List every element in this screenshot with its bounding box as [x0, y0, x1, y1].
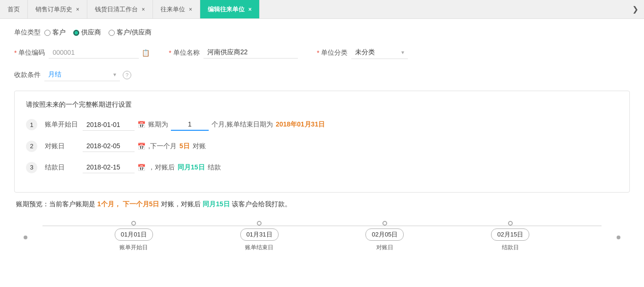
tab-partner-close-icon[interactable]: ×: [189, 6, 192, 13]
preview-mid-text: 对账，对账后: [161, 200, 201, 208]
node4-dot: [508, 221, 513, 226]
row1-calendar-icon[interactable]: 📅: [137, 121, 145, 128]
tab-more-button[interactable]: ❯: [627, 0, 644, 18]
unit-type-row: 单位类型 客户 供应商 客户/供应商: [14, 28, 630, 37]
radio-customer[interactable]: 客户: [44, 28, 66, 37]
tab-cash-label: 钱货日清工作台: [95, 5, 138, 14]
unit-code-label: 单位编码: [18, 49, 45, 57]
radio-both-label: 客户/供应商: [117, 28, 152, 37]
unit-type-label: 单位类型: [14, 28, 41, 37]
category-value: 未分类: [355, 48, 398, 57]
unit-category-dropdown[interactable]: 未分类 ▾: [351, 46, 408, 59]
payment-terms-row: 收款条件 月结 ▾ ?: [14, 68, 630, 81]
row2-comma: ,下一个月: [148, 142, 177, 151]
row2-suffix: 对账: [193, 142, 206, 151]
setting-row-1: 1 账单开始日 📅 账期为 个月,账单结束日期为 2018年01月31日: [26, 118, 618, 131]
radio-supplier[interactable]: 供应商: [73, 28, 101, 37]
unit-name-label: 单位名称: [173, 49, 200, 57]
name-required-star: *: [169, 49, 171, 57]
tab-sales-close-icon[interactable]: ×: [76, 6, 79, 13]
tab-sales-order-history[interactable]: 销售订单历史 ×: [28, 0, 87, 18]
tab-partner-label: 往来单位: [161, 5, 185, 14]
category-required-star: *: [317, 49, 319, 57]
node2-date: 01月31日: [240, 228, 279, 241]
row1-num: 1: [26, 119, 37, 130]
row1-period-unit: 个月,账单结束日期为: [212, 120, 273, 129]
radio-both[interactable]: 客户/供应商: [109, 28, 152, 37]
main-content: 单位类型 客户 供应商 客户/供应商 * 单位编码: [0, 19, 644, 287]
row3-comma: ，对账后: [148, 163, 175, 172]
unit-name-input[interactable]: [203, 47, 298, 59]
row3-suffix: 结款: [208, 163, 221, 172]
payment-terms-dropdown[interactable]: 月结 ▾: [44, 68, 120, 81]
payment-terms-item: 收款条件 月结 ▾ ?: [14, 68, 131, 81]
payment-terms-arrow-icon: ▾: [113, 71, 116, 78]
setting-row-2: 2 对账日 📅 ,下一个月 5日 对账: [26, 140, 618, 152]
payment-terms-label: 收款条件: [14, 71, 41, 79]
unit-code-input[interactable]: [49, 47, 139, 59]
category-arrow-icon: ▾: [401, 49, 404, 56]
preview-end-text: 该客户会给我打款。: [232, 200, 291, 208]
preview-label: 账期预览：当前客户账期是: [16, 200, 95, 208]
row1-period-end: 2018年01月31日: [276, 120, 325, 129]
tab-partner-units[interactable]: 往来单位 ×: [153, 0, 200, 18]
panel-title: 请按照未来的一个完整帐期进行设置: [26, 101, 618, 109]
timeline-end-dot: [617, 236, 620, 239]
preview-next-day: 下一个月5日: [123, 200, 160, 208]
tab-home-label: 首页: [8, 5, 20, 14]
code-name-row: * 单位编码 📋 * 单位名称 * 单位分类 未分类 ▾: [14, 46, 630, 59]
row3-highlight: 同月15日: [178, 163, 205, 172]
tab-sales-label: 销售订单历史: [35, 5, 72, 14]
unit-type-radio-group: 客户 供应商 客户/供应商: [44, 28, 152, 37]
preview-section: 账期预览：当前客户账期是 1个月， 下一个月5日 对账，对账后 同月15日 该客…: [14, 200, 630, 209]
tab-cash-close-icon[interactable]: ×: [142, 6, 145, 13]
row1-label: 账单开始日: [45, 120, 83, 129]
settings-panel: 请按照未来的一个完整帐期进行设置 1 账单开始日 📅 账期为 个月,账单结束日期…: [14, 91, 630, 193]
timeline-node-2: 01月31日 账单结束日: [240, 218, 279, 252]
tab-home[interactable]: 首页: [0, 0, 28, 18]
row1-middle-text: 账期为: [148, 120, 168, 129]
row2-date-input[interactable]: [83, 140, 135, 152]
node1-date: 01月01日: [115, 228, 153, 241]
node4-label: 结款日: [502, 244, 519, 252]
timeline-left-dot: [24, 218, 27, 252]
row3-num: 3: [26, 162, 37, 173]
payment-terms-help-icon[interactable]: ?: [123, 71, 131, 79]
tab-bar: 首页 销售订单历史 × 钱货日清工作台 × 往来单位 × 编辑往来单位 × ❯: [0, 0, 644, 19]
radio-supplier-label: 供应商: [81, 28, 101, 37]
node1-dot: [131, 221, 136, 226]
timeline-node-3: 02月05日 对账日: [365, 218, 404, 252]
timeline-right-dot: [617, 218, 620, 252]
timeline-container: 01月01日 账单开始日 01月31日 账单结束日 02月05日 对账日: [14, 218, 630, 252]
payment-terms-value: 月结: [48, 70, 110, 79]
tab-edit-partner[interactable]: 编辑往来单位 ×: [200, 0, 260, 18]
tab-edit-label: 编辑往来单位: [208, 5, 245, 14]
node4-date: 02月15日: [491, 228, 529, 241]
row2-highlight: 5日: [179, 142, 190, 151]
row2-calendar-icon[interactable]: 📅: [137, 143, 145, 150]
row2-label: 对账日: [45, 142, 83, 151]
code-copy-icon[interactable]: 📋: [142, 49, 150, 57]
row1-date-input[interactable]: [83, 119, 135, 131]
timeline-nodes: 01月01日 账单开始日 01月31日 账单结束日 02月05日 对账日: [24, 218, 620, 252]
node2-dot: [257, 221, 262, 226]
tab-cash-work[interactable]: 钱货日清工作台 ×: [87, 0, 153, 18]
node2-label: 账单结束日: [245, 244, 273, 252]
node1-label: 账单开始日: [119, 244, 148, 252]
radio-customer-label: 客户: [52, 28, 66, 37]
row1-period-input[interactable]: [171, 118, 209, 131]
setting-row-3: 3 结款日 📅 ，对账后 同月15日 结款: [26, 161, 618, 173]
node3-dot: [382, 221, 387, 226]
row2-num: 2: [26, 141, 37, 152]
code-required-star: *: [14, 49, 17, 57]
row3-label: 结款日: [45, 163, 83, 172]
node3-label: 对账日: [376, 244, 393, 252]
preview-period: 1个月，: [97, 200, 121, 208]
unit-category-item: * 单位分类 未分类 ▾: [317, 46, 408, 59]
row3-date-input[interactable]: [83, 161, 135, 173]
tab-edit-close-icon[interactable]: ×: [248, 6, 252, 13]
timeline-node-1: 01月01日 账单开始日: [115, 218, 153, 252]
row3-calendar-icon[interactable]: 📅: [137, 164, 145, 171]
unit-name-item: * 单位名称: [169, 47, 297, 59]
preview-pay-day: 同月15日: [203, 200, 230, 208]
